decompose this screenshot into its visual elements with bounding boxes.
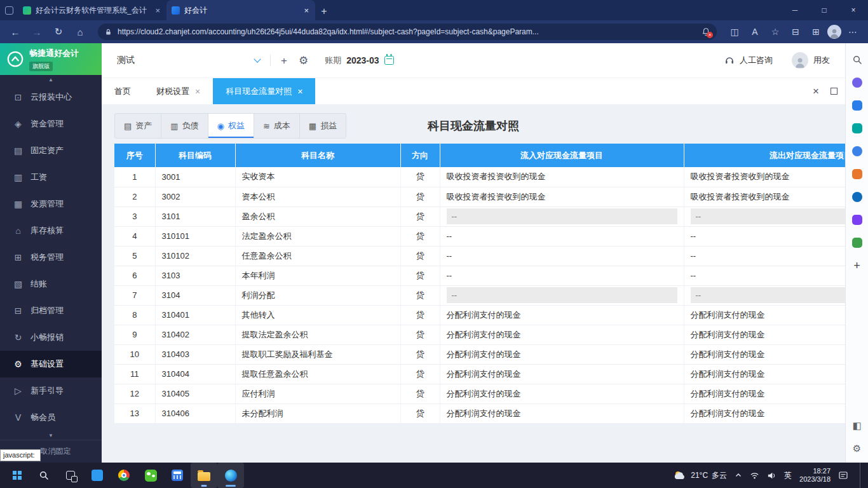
inflow-cell[interactable]: -- (440, 266, 684, 285)
sidebar-item-reimburse[interactable]: ↻小畅报销 (0, 324, 102, 351)
volume-icon[interactable] (767, 471, 776, 480)
sidebar-item-invoice[interactable]: ▦发票管理 (0, 191, 102, 217)
table-row[interactable]: 4310101法定盈余公积贷---- (114, 226, 845, 246)
inflow-cell[interactable]: -- (440, 226, 684, 246)
outflow-cell[interactable]: -- (684, 207, 845, 226)
live-support-link[interactable]: 人工咨询 (740, 55, 773, 66)
more-menu-icon[interactable]: ⋯ (844, 23, 862, 41)
category-tab-asset[interactable]: ▤资产 (115, 114, 161, 138)
table-row[interactable]: 33101盈余公积贷---- (114, 207, 845, 226)
table-row[interactable]: 13310406未分配利润贷分配利润支付的现金分配利润支付的现金 (114, 403, 845, 423)
inflow-cell[interactable]: 分配利润支付的现金 (440, 325, 684, 344)
copilot-icon[interactable] (851, 76, 864, 89)
page-tab[interactable]: 财税设置× (144, 78, 213, 104)
table-row[interactable]: 8310401其他转入贷分配利润支付的现金分配利润支付的现金 (114, 305, 845, 325)
inflow-cell[interactable]: -- (440, 285, 684, 305)
taskbar-button-wechat[interactable] (137, 463, 164, 488)
tray-overflow-chevron-icon[interactable] (735, 471, 742, 479)
split-screen-icon[interactable]: ◫ (726, 23, 743, 41)
outflow-cell[interactable]: 分配利润支付的现金 (684, 384, 845, 403)
sidebar-scroll-up-icon[interactable]: ▲ (0, 75, 102, 84)
tools-icon[interactable] (851, 122, 864, 135)
table-row[interactable]: 23002资本公积贷吸收投资者投资收到的现金吸收投资者投资收到的现金 (114, 187, 845, 207)
forward-icon[interactable]: → (28, 23, 46, 41)
user-avatar[interactable] (792, 52, 808, 69)
close-button[interactable]: × (839, 0, 868, 20)
back-icon[interactable]: ← (6, 23, 24, 41)
favorites-add-icon[interactable]: ☆ (766, 23, 784, 41)
microsoft-365-icon[interactable] (851, 168, 864, 180)
table-row[interactable]: 63103本年利润贷---- (114, 266, 845, 285)
new-tab-button[interactable]: + (315, 3, 333, 20)
close-all-tabs-icon[interactable]: × (813, 85, 819, 98)
table-row[interactable]: 12310405应付利润贷分配利润支付的现金分配利润支付的现金 (114, 384, 845, 403)
settings-gear-icon[interactable]: ⚙ (299, 55, 308, 66)
sidebar-item-closing[interactable]: ▧结账 (0, 271, 102, 297)
sidebar-item-tax[interactable]: ⊞税务管理 (0, 244, 102, 271)
sidebar-item-settings[interactable]: ⚙基础设置 (0, 351, 102, 377)
refresh-icon[interactable]: ↻ (50, 23, 67, 41)
table-row[interactable]: 10310403提取职工奖励及福利基金贷分配利润支付的现金分配利润支付的现金 (114, 344, 845, 364)
taskbar-button-store[interactable] (84, 463, 111, 488)
sidebar-item-member[interactable]: Ⅴ畅会员 (0, 404, 102, 431)
table-row[interactable]: 11310404提取任意盈余公积贷分配利润支付的现金分配利润支付的现金 (114, 364, 845, 384)
outlook-icon[interactable] (851, 191, 864, 203)
browser-tab[interactable]: 好会计云财务软件管理系统_会计× (18, 0, 166, 20)
inflow-cell[interactable]: 分配利润支付的现金 (440, 364, 684, 384)
read-aloud-icon[interactable]: A (746, 23, 764, 41)
sidebar-item-fixed-assets[interactable]: ▤固定资产 (0, 137, 102, 164)
company-selector[interactable]: 测试 (117, 55, 260, 66)
inflow-cell[interactable]: 分配利润支付的现金 (440, 384, 684, 403)
sidebar-item-guide[interactable]: ▷新手引导 (0, 377, 102, 404)
table-row[interactable]: 5310102任意盈余公积贷---- (114, 246, 845, 266)
clock[interactable]: 18:27 2023/3/18 (799, 467, 831, 484)
learning-icon[interactable] (851, 236, 864, 249)
wifi-icon[interactable] (750, 471, 759, 480)
taskbar-button-edge[interactable] (217, 463, 244, 488)
taskbar-button-task-view[interactable] (57, 463, 84, 488)
category-tab-equity[interactable]: ◉权益 (208, 114, 254, 138)
inflow-cell[interactable]: 分配利润支付的现金 (440, 403, 684, 423)
taskbar-button-start[interactable] (4, 463, 31, 488)
tab-actions-button[interactable] (0, 0, 18, 20)
show-desktop-button[interactable] (860, 463, 862, 488)
fullscreen-icon[interactable] (831, 88, 837, 95)
inflow-cell[interactable]: 分配利润支付的现金 (440, 305, 684, 325)
table-row[interactable]: 13001实收资本贷吸收投资者投资收到的现金吸收投资者投资收到的现金 (114, 167, 845, 187)
settings-icon[interactable]: ⚙ (851, 442, 864, 455)
sidebar-item-salary[interactable]: ▥工资 (0, 164, 102, 191)
table-row[interactable]: 9310402提取法定盈余公积贷分配利润支付的现金分配利润支付的现金 (114, 325, 845, 344)
inflow-cell[interactable]: 吸收投资者投资收到的现金 (440, 167, 684, 187)
inflow-cell[interactable]: -- (440, 246, 684, 266)
side-panel-icon[interactable]: ◧ (851, 419, 864, 432)
add-account-set-icon[interactable]: + (281, 55, 287, 66)
taskbar-button-search[interactable] (31, 463, 57, 488)
sidebar-item-funds[interactable]: ◈资金管理 (0, 111, 102, 137)
outflow-cell[interactable]: 吸收投资者投资收到的现金 (684, 167, 845, 187)
browser-tab[interactable]: 好会计× (166, 0, 315, 20)
weather-widget[interactable]: 21°C 多云 (673, 470, 727, 481)
sidebar-scroll-down-icon[interactable]: ▼ (0, 431, 102, 440)
ime-language-indicator[interactable]: 英 (784, 470, 792, 481)
page-tab[interactable]: 科目现金流量对照× (213, 78, 315, 104)
shopping-icon[interactable] (851, 99, 864, 112)
category-tab-profit[interactable]: ▦损益 (300, 114, 346, 138)
tab-close-icon[interactable]: × (297, 86, 302, 97)
favorites-icon[interactable]: ⊟ (787, 23, 804, 41)
tab-close-icon[interactable]: × (154, 6, 161, 15)
tab-close-icon[interactable]: × (195, 86, 200, 97)
home-icon[interactable]: ⌂ (71, 23, 89, 41)
add-icon[interactable]: + (851, 259, 864, 272)
people-icon[interactable] (851, 145, 864, 158)
inflow-cell[interactable]: -- (440, 207, 684, 226)
sidebar-item-cloud-install[interactable]: ⊡云报装中心 (0, 84, 102, 111)
url-text[interactable]: https://cloud2.chanjet.com/accounting/uh… (118, 27, 696, 36)
outflow-cell[interactable]: 分配利润支付的现金 (684, 325, 845, 344)
collections-icon[interactable]: ⊞ (807, 23, 825, 41)
taskbar-button-file-explorer[interactable] (191, 463, 217, 488)
user-name[interactable]: 用友 (813, 55, 830, 66)
outflow-cell[interactable]: 分配利润支付的现金 (684, 403, 845, 423)
sidebar-item-archive[interactable]: ⊟归档管理 (0, 297, 102, 324)
search-icon[interactable] (851, 53, 864, 66)
outflow-cell[interactable]: 分配利润支付的现金 (684, 344, 845, 364)
